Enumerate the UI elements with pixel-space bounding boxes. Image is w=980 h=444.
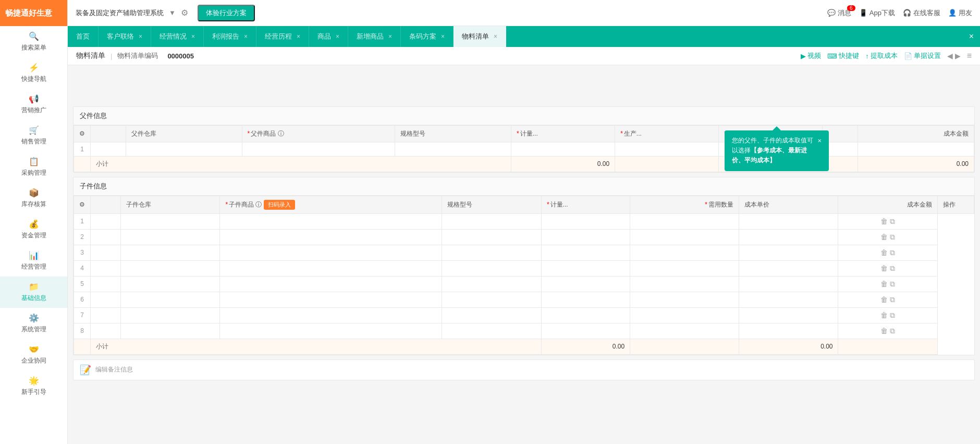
single-setting-action[interactable]: 📄 单据设置 — [904, 51, 941, 61]
content: 物料清单 | 物料清单编码 0000005 ▶ 视频 ⌨ 快捷键 ↑ 提取成本 … — [68, 47, 980, 444]
child-row-5: 5 🗑 ⧉ — [74, 276, 974, 292]
tab-goods-close[interactable]: × — [336, 33, 339, 40]
parent-subtotal-empty1 — [74, 156, 91, 172]
online-service-button[interactable]: 🎧 在线客服 — [903, 8, 940, 18]
child-row-2-price[interactable] — [630, 229, 739, 245]
child-row-1-actions: 🗑 ⧉ — [843, 217, 932, 226]
copy-icon-1[interactable]: ⧉ — [890, 217, 895, 226]
child-row-2-unit[interactable] — [442, 229, 541, 245]
child-row-2-spec[interactable] — [220, 229, 442, 245]
notes-icon[interactable]: 📝 — [80, 364, 91, 376]
tab-operations-close[interactable]: × — [191, 33, 195, 40]
parent-row-1-warehouse[interactable] — [126, 142, 242, 156]
parent-col-setting[interactable]: ⚙ — [74, 125, 91, 142]
copy-icon-6[interactable]: ⧉ — [890, 295, 895, 304]
tab-home[interactable]: 首页 — [68, 26, 99, 47]
sidebar-item-sales[interactable]: 🛒 销售管理 — [0, 120, 67, 151]
sidebar-item-enterprise[interactable]: 🤝 企业协同 — [0, 339, 67, 370]
delete-icon-2[interactable]: 🗑 — [880, 233, 888, 242]
parent-row-1-spec[interactable] — [395, 142, 511, 156]
bottom-bar: 📝 编辑备注信息 — [73, 359, 975, 380]
sidebar-item-system[interactable]: ⚙️ 系统管理 — [0, 308, 67, 339]
settings-icon[interactable]: ⚙ — [181, 8, 188, 18]
delete-icon-8[interactable]: 🗑 — [880, 327, 888, 335]
child-row-2-goods[interactable] — [120, 229, 219, 245]
sidebar-item-label: 营销推广 — [21, 106, 46, 115]
copy-icon-3[interactable]: ⧉ — [890, 248, 895, 257]
parent-row-1-amount — [858, 142, 974, 156]
child-col-setting[interactable]: ⚙ — [74, 196, 91, 213]
child-row-1-spec[interactable] — [220, 213, 442, 229]
sidebar-item-basic-info[interactable]: 📁 基础信息 — [0, 277, 67, 308]
copy-icon-5[interactable]: ⧉ — [890, 280, 895, 289]
sidebar-item-purchase[interactable]: 📋 采购管理 — [0, 151, 67, 183]
page-actions: ▶ 视频 ⌨ 快捷键 ↑ 提取成本 📄 单据设置 ◀ ▶ — [801, 51, 972, 61]
message-button[interactable]: 💬 消息 6 — [827, 8, 851, 18]
tab-history-close[interactable]: × — [297, 33, 300, 40]
sidebar-item-marketing[interactable]: 📢 营销推广 — [0, 89, 67, 120]
user-button[interactable]: 👤 用友 — [948, 8, 972, 18]
child-row-1-qty[interactable] — [541, 213, 630, 229]
tab-operations[interactable]: 经营情况 × — [151, 26, 204, 47]
tab-barcode-close[interactable]: × — [441, 33, 445, 40]
child-row-1-unit[interactable] — [442, 213, 541, 229]
doc-icon: 📄 — [904, 52, 912, 60]
copy-icon-2[interactable]: ⧉ — [890, 233, 895, 242]
child-row-2-warehouse[interactable] — [91, 229, 121, 245]
parent-row-1-c1[interactable] — [91, 142, 126, 156]
tab-history[interactable]: 经营历程 × — [256, 26, 309, 47]
delete-icon-3[interactable]: 🗑 — [880, 248, 888, 257]
extract-cost-action[interactable]: ↑ 提取成本 — [865, 51, 898, 61]
sidebar-item-operations[interactable]: 📊 经营管理 — [0, 245, 67, 277]
sidebar-item-finance[interactable]: 💰 资金管理 — [0, 214, 67, 245]
child-row-1-price[interactable] — [630, 213, 739, 229]
setting-label: 单据设置 — [914, 51, 941, 61]
trial-button[interactable]: 体验行业方案 — [198, 5, 255, 21]
tab-barcode-label: 条码方案 — [409, 32, 436, 41]
view-action[interactable]: ▶ 视频 — [801, 51, 821, 61]
child-col-qty: *需用数量 — [630, 196, 739, 213]
tab-home-label: 首页 — [76, 32, 90, 41]
headset-icon: 🎧 — [903, 9, 911, 17]
delete-icon-4[interactable]: 🗑 — [880, 264, 888, 273]
scan-button[interactable]: 扫码录入 — [264, 200, 295, 210]
title-dropdown-icon[interactable]: ▼ — [169, 9, 176, 17]
parent-row-1-unit[interactable] — [511, 142, 615, 156]
tab-barcode[interactable]: 条码方案 × — [401, 26, 454, 47]
delete-icon-7[interactable]: 🗑 — [880, 311, 888, 320]
tab-bom-close[interactable]: × — [494, 33, 497, 40]
sidebar-item-nav[interactable]: ⚡ 快捷导航 — [0, 57, 67, 89]
child-col-amount: 成本金额 — [838, 196, 938, 213]
child-row-2-qty[interactable] — [541, 229, 630, 245]
tab-new-goods-close[interactable]: × — [388, 33, 392, 40]
sidebar-item-search[interactable]: 🔍 搜索菜单 — [0, 26, 67, 57]
tab-profit-close[interactable]: × — [244, 33, 248, 40]
tab-new-goods[interactable]: 新增商品 × — [348, 26, 401, 47]
shortcut-action[interactable]: ⌨ 快捷键 — [827, 51, 859, 61]
parent-row-1-produce[interactable] — [615, 142, 719, 156]
delete-icon-1[interactable]: 🗑 — [880, 217, 888, 226]
child-col-unit: *计量... — [541, 196, 630, 213]
sidebar-item-inventory[interactable]: 📦 库存核算 — [0, 183, 67, 214]
grid-view-button[interactable]: ≡ — [967, 51, 972, 61]
parent-col-spec: 规格型号 — [395, 125, 511, 142]
child-row-1-goods[interactable] — [120, 213, 219, 229]
delete-icon-6[interactable]: 🗑 — [880, 295, 888, 304]
tab-customer[interactable]: 客户联络 × — [99, 26, 151, 47]
copy-icon-4[interactable]: ⧉ — [890, 264, 895, 273]
copy-icon-7[interactable]: ⧉ — [890, 311, 895, 320]
tab-bom[interactable]: 物料清单 × — [454, 26, 506, 47]
tabs-close-all[interactable]: × — [963, 32, 980, 41]
copy-icon-8[interactable]: ⧉ — [890, 327, 895, 335]
sidebar-item-guide[interactable]: 🌟 新手引导 — [0, 370, 67, 402]
tab-customer-close[interactable]: × — [139, 33, 142, 40]
tooltip-close[interactable]: × — [817, 136, 822, 147]
parent-row-1-goods[interactable] — [242, 142, 395, 156]
tab-goods[interactable]: 商品 × — [309, 26, 348, 47]
next-arrow[interactable]: ▶ — [955, 52, 961, 60]
delete-icon-5[interactable]: 🗑 — [880, 280, 888, 289]
tab-profit[interactable]: 利润报告 × — [204, 26, 256, 47]
child-row-1-warehouse[interactable] — [91, 213, 121, 229]
prev-arrow[interactable]: ◀ — [947, 52, 953, 60]
app-download-button[interactable]: 📱 App下载 — [859, 8, 895, 18]
